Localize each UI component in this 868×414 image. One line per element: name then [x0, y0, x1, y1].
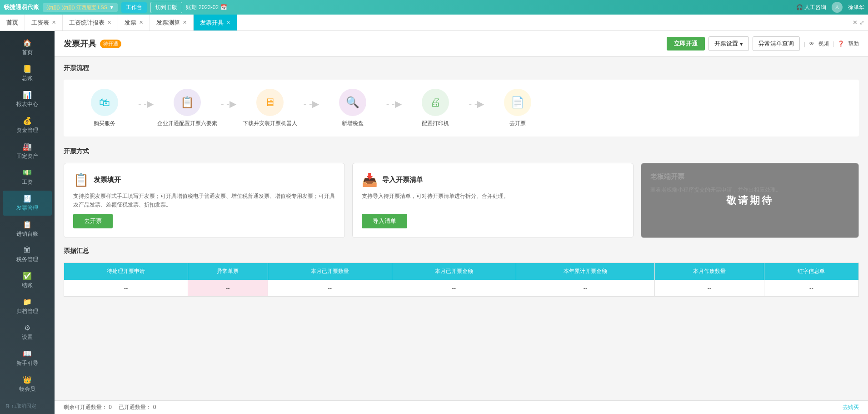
- cell-month-amount: --: [392, 280, 516, 297]
- invoice-mgmt-icon: 🧾: [23, 194, 32, 203]
- tab-wages-close[interactable]: ✕: [52, 20, 56, 25]
- sidebar-item-reports[interactable]: 📊 报表中心: [3, 87, 52, 112]
- tab-home[interactable]: 首页: [0, 15, 25, 30]
- flow-step-download[interactable]: 🖥 下载并安装开票机器人: [238, 89, 302, 127]
- goto-manual-button[interactable]: 去开票: [73, 214, 113, 228]
- summary-header-row: 待处理开票申请 异常单票 本月已开票数量 本月已开票金额 本年累计开票金额 本月…: [64, 263, 859, 280]
- immediate-open-button[interactable]: 立即开通: [667, 37, 705, 50]
- sidebar-item-archive-label: 归档管理: [16, 308, 38, 315]
- tax-icon: 🏛: [24, 246, 31, 254]
- headset-icon: 🎧: [796, 4, 803, 10]
- top-bar-right: 🎧 人工咨询 人 徐泽华: [796, 2, 864, 13]
- sidebar-item-home[interactable]: 🏠 首页: [3, 35, 52, 60]
- method-card-import: 📥 导入开票清单 支持导入待开票清单，可对待开票清单进行拆分、合并处理。 导入清…: [352, 163, 634, 238]
- calendar-icon[interactable]: 📅: [220, 4, 227, 10]
- tab-invoice-label: 发票: [125, 19, 136, 27]
- summary-col-month-count: 本月已开票数量: [268, 263, 392, 280]
- period-info: 账期 2023-02 📅: [186, 4, 227, 11]
- flow-step-add-tax[interactable]: 🔍 新增税盘: [321, 89, 384, 127]
- tab-wages-label: 工资表: [31, 19, 49, 27]
- sidebar-item-tax-label: 税务管理: [16, 256, 38, 263]
- used-label: 已开通数量：: [119, 404, 151, 410]
- reports-icon: 📊: [23, 91, 32, 99]
- tab-invoice[interactable]: 发票 ✕: [118, 15, 150, 30]
- print-config-icon: 🖨: [422, 89, 449, 116]
- user-name[interactable]: 徐泽华: [848, 4, 864, 11]
- sidebar-item-purchase-sales[interactable]: 📋 进销台账: [3, 217, 52, 242]
- company-selector[interactable]: (勿删) (勿删) 江西服宝-LSS ▼: [43, 3, 118, 12]
- config-icon: 📋: [174, 89, 201, 116]
- oldver-button[interactable]: 切到旧版: [150, 2, 182, 13]
- tab-wage-stats-close[interactable]: ✕: [107, 20, 111, 25]
- buy-service-icon: 🛍: [91, 89, 118, 116]
- issue-icon: 📄: [504, 89, 531, 116]
- used-value: 0: [153, 404, 156, 410]
- pin-label: ↑↓取消固定: [11, 403, 36, 409]
- sidebar-item-ledger-label: 总账: [22, 75, 33, 82]
- sidebar: 🏠 首页 📒 总账 📊 报表中心 💰 资金管理 🏭 固定资产 💵 工资 🧾 发票…: [0, 31, 55, 414]
- bottom-bar-right[interactable]: 去购买: [843, 404, 859, 411]
- add-tax-icon: 🔍: [339, 89, 366, 116]
- method-card-manual: 📋 发票填开 支持按照发票样式手工填写开发票；可开具增值税电子普通发票、增值税普…: [64, 163, 345, 238]
- method-manual-btn-wrap: 去开票: [73, 214, 335, 228]
- method-import-btn-wrap: 导入清单: [362, 214, 624, 228]
- abnormal-query-button[interactable]: 异常清单查询: [753, 36, 800, 51]
- guide-icon: 📖: [23, 349, 32, 358]
- flow-arrow-2: - -▶: [221, 98, 236, 118]
- sidebar-item-tax[interactable]: 🏛 税务管理: [3, 242, 52, 267]
- settings-btn-label: 开票设置: [714, 40, 738, 48]
- home-icon: 🏠: [23, 39, 32, 47]
- flow-arrow-1: - -▶: [138, 98, 154, 118]
- sidebar-item-wages[interactable]: 💵 工资: [3, 165, 52, 190]
- video-link[interactable]: 视频: [818, 40, 829, 48]
- main-layout: 🏠 首页 📒 总账 📊 报表中心 💰 资金管理 🏭 固定资产 💵 工资 🧾 发票…: [0, 31, 868, 414]
- ticket-settings-button[interactable]: 开票设置 ▾: [708, 36, 749, 51]
- tab-invoice-calc-close[interactable]: ✕: [183, 20, 187, 25]
- top-bar-left: 畅捷通易代账 (勿删) (勿删) 江西服宝-LSS ▼ 工作台 切到旧版 账期 …: [4, 2, 227, 13]
- sidebar-item-settings[interactable]: ⚙ 设置: [3, 320, 52, 345]
- buy-service-label: 购买服务: [94, 120, 115, 127]
- workspace-button[interactable]: 工作台: [121, 2, 147, 13]
- tab-invoice-issue-close[interactable]: ✕: [226, 20, 230, 25]
- flow-step-config[interactable]: 📋 企业开通配置开票六要素: [155, 89, 219, 127]
- method-import-title: 导入开票清单: [382, 176, 423, 184]
- window-close-icon[interactable]: ✕: [853, 19, 858, 26]
- sidebar-item-archive[interactable]: 📁 归档管理: [3, 294, 52, 319]
- issue-method-section: 开票方式 📋 发票填开 支持按照发票样式手工填写开发票；可开具增值税电子普通发票…: [64, 147, 859, 238]
- flow-step-issue[interactable]: 📄 去开票: [486, 89, 549, 127]
- tab-window-controls: ✕ ⤢: [849, 15, 868, 30]
- help-link[interactable]: 帮助: [848, 40, 859, 48]
- pin-icon: ⇅: [5, 403, 10, 409]
- remaining-label: 剩余可开通数量：: [64, 404, 107, 410]
- sidebar-item-ledger[interactable]: 📒 总账: [3, 61, 52, 86]
- tab-invoice-issue-label: 发票开具: [200, 19, 224, 27]
- sidebar-item-assets[interactable]: 🏭 固定资产: [3, 139, 52, 164]
- ledger-icon: 📒: [23, 65, 32, 73]
- sidebar-item-invoice-mgmt[interactable]: 🧾 发票管理: [3, 191, 52, 216]
- tab-invoice-calc[interactable]: 发票测算 ✕: [150, 15, 194, 30]
- sidebar-item-member[interactable]: 👑 畅会员: [3, 372, 52, 397]
- sidebar-item-settlement[interactable]: ✅ 结账: [3, 268, 52, 293]
- tab-wages[interactable]: 工资表 ✕: [25, 15, 63, 30]
- flow-step-print[interactable]: 🖨 配置打印机: [404, 89, 467, 127]
- customer-service-link[interactable]: 🎧 人工咨询: [796, 4, 826, 11]
- bottom-bar-info: 剩余可开通数量： 0 已开通数量： 0: [64, 404, 156, 411]
- goto-import-button[interactable]: 导入清单: [362, 214, 407, 228]
- chevron-down-icon: ▾: [740, 40, 743, 47]
- user-avatar[interactable]: 人: [832, 2, 843, 13]
- header-sep-1: |: [803, 40, 805, 47]
- status-badge: 待开通: [100, 40, 121, 48]
- sidebar-item-funds[interactable]: 💰 资金管理: [3, 113, 52, 138]
- flow-step-buy[interactable]: 🛍 购买服务: [73, 89, 136, 127]
- purchase-sales-icon: 📋: [23, 220, 32, 229]
- issue-method-section-title: 开票方式: [64, 147, 859, 156]
- sidebar-pin-button[interactable]: ⇅ ↑↓取消固定: [4, 401, 51, 411]
- tab-invoice-close[interactable]: ✕: [139, 20, 143, 25]
- tab-invoice-issue[interactable]: 发票开具 ✕: [194, 15, 237, 30]
- issue-methods: 📋 发票填开 支持按照发票样式手工填写开发票；可开具增值税电子普通发票、增值税普…: [64, 163, 859, 238]
- download-label: 下载并安装开票机器人: [243, 120, 297, 127]
- window-restore-icon[interactable]: ⤢: [859, 19, 864, 26]
- period-value[interactable]: 2023-02: [199, 4, 219, 10]
- sidebar-item-guide[interactable]: 📖 新手引导: [3, 346, 52, 371]
- tab-wage-stats[interactable]: 工资统计报表 ✕: [63, 15, 118, 30]
